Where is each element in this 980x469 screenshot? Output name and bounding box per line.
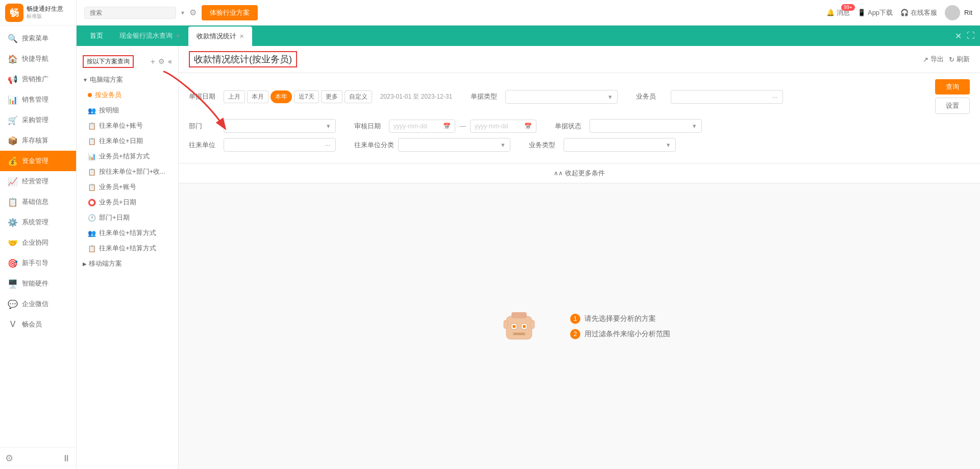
settings-icon[interactable]: ⚙ <box>5 453 13 464</box>
group2-icon: 👥 <box>88 229 96 237</box>
dept-label: 部门 <box>189 122 219 131</box>
service-button[interactable]: 🎧 在线客服 <box>900 8 937 17</box>
sidebar-item-member[interactable]: V 畅会员 <box>0 314 76 335</box>
app-download-button[interactable]: 📱 App下载 <box>857 8 893 17</box>
logo-area: 畅 畅捷通好生意 标准版 <box>0 0 76 26</box>
filter-area: 单据日期 上月 本月 本年 近7天 更多 自定义 2023-01-01 至 20… <box>179 73 980 163</box>
section-expand-icon: ▼ <box>83 77 88 83</box>
date-btn-last-month[interactable]: 上月 <box>224 90 245 103</box>
tip-1-text: 请先选择要分析的方案 <box>584 314 656 323</box>
sidebar-item-system[interactable]: ⚙️ 系统管理 <box>0 212 76 232</box>
sidebar-item-hardware[interactable]: 🖥️ 智能硬件 <box>0 273 76 294</box>
scheme-salesman-account[interactable]: 📋 业务员+账号 <box>82 179 178 195</box>
sidebar-item-search[interactable]: 🔍 搜索菜单 <box>0 28 76 49</box>
date-range-display: 2023-01-01 至 2023-12-31 <box>380 92 452 101</box>
tab-collect[interactable]: 收款情况统计 ✕ <box>188 27 252 46</box>
sidebar-item-quicknav[interactable]: 🏠 快捷导航 <box>0 49 76 69</box>
audit-date-start[interactable]: yyyy-mm-dd 📅 <box>389 120 455 133</box>
scheme-partner-settlement2[interactable]: 📋 往来单位+结算方式 <box>82 241 178 256</box>
panel-header-label: 按以下方案查询 <box>87 57 130 66</box>
dept-select[interactable]: ▾ <box>224 119 336 133</box>
topbar-gear-icon[interactable]: ⚙ <box>189 8 197 17</box>
salesman-select[interactable]: ··· <box>671 90 783 104</box>
sidebar-item-inventory[interactable]: 📦 库存核算 <box>0 130 76 151</box>
filter-row-2: 部门 ▾ 审核日期 yyyy-mm-dd 📅 — <box>189 119 970 133</box>
refresh-icon: ↻ <box>949 56 954 63</box>
sidebar-item-sales[interactable]: 📊 销售管理 <box>0 89 76 110</box>
date-dash: — <box>459 122 466 130</box>
empty-tip-2: 2 用过滤条件来缩小分析范围 <box>570 329 670 339</box>
sidebar-item-basic[interactable]: 📋 基础信息 <box>0 192 76 212</box>
scheme-partner-account[interactable]: 📋 往来单位+账号 <box>82 118 178 133</box>
biz-type-select[interactable]: ▾ <box>564 138 676 152</box>
svg-rect-6 <box>513 333 525 335</box>
scheme-panel: 按以下方案查询 + ⚙ « ▼ 电脑端方案 按业务员 👥 <box>77 46 179 469</box>
sidebar-item-marketing[interactable]: 📢 营销推广 <box>0 69 76 89</box>
date-btn-this-year[interactable]: 本年 <box>271 90 292 103</box>
date-quick-buttons: 上月 本月 本年 近7天 更多 自定义 <box>224 90 372 103</box>
status-chevron-icon: ▾ <box>693 122 696 130</box>
trial-button[interactable]: 体验行业方案 <box>202 5 258 20</box>
tab-home[interactable]: 首页 <box>82 26 111 46</box>
mobile-section-header[interactable]: ▶ 移动端方案 <box>77 256 178 271</box>
tab-expand-icon[interactable]: ⛶ <box>967 31 975 40</box>
basic-icon: 📋 <box>8 197 18 207</box>
message-badge: 99+ <box>841 4 855 11</box>
date-btn-this-month[interactable]: 本月 <box>247 90 268 103</box>
finance-icon: 💰 <box>8 156 18 166</box>
scheme-salesman-settlement[interactable]: 📊 业务员+结算方式 <box>82 149 178 164</box>
tab-bank[interactable]: 现金银行流水查询 ✕ <box>111 26 188 46</box>
tab-collect-close-icon[interactable]: ✕ <box>239 33 244 40</box>
doc-status-select[interactable]: ▾ <box>590 119 702 133</box>
date-filter-label: 单据日期 <box>189 92 219 101</box>
sidebar-item-purchase[interactable]: 🛒 采购管理 <box>0 110 76 130</box>
tab-bank-close-icon[interactable]: ✕ <box>176 33 180 39</box>
sidebar-item-operations[interactable]: 📈 经营管理 <box>0 171 76 192</box>
scheme-partner-date[interactable]: 📋 往来单位+日期 <box>82 133 178 149</box>
tip-2-number: 2 <box>570 329 580 339</box>
message-button[interactable]: 🔔 消息 99+ <box>826 8 850 17</box>
add-scheme-icon[interactable]: + <box>151 57 155 66</box>
doc-type-select[interactable]: ▾ <box>505 90 618 104</box>
user-area[interactable]: Rit <box>945 5 972 20</box>
export-button[interactable]: ↗ 导出 <box>923 55 944 64</box>
topbar: ▾ ⚙ 体验行业方案 🔔 消息 99+ 📱 App下载 🎧 在线客服 Rit <box>77 0 980 26</box>
table-icon: 📋 <box>88 122 96 130</box>
sidebar: 畅 畅捷通好生意 标准版 🔍 搜索菜单 🏠 快捷导航 📢 营销推广 📊 销售管理… <box>0 0 77 469</box>
audit-date-end[interactable]: yyyy-mm-dd 📅 <box>470 120 536 133</box>
sidebar-item-wechat[interactable]: 💬 企业微信 <box>0 294 76 314</box>
date-btn-more[interactable]: 更多 <box>321 90 342 103</box>
sidebar-item-corp[interactable]: 🤝 企业协同 <box>0 232 76 253</box>
collapse-sidebar-icon[interactable]: ⏸ <box>62 453 71 464</box>
collapse-panel-icon[interactable]: « <box>168 57 172 66</box>
phone-icon: 📱 <box>857 9 866 16</box>
tab-close-all-icon[interactable]: ✕ <box>955 31 962 41</box>
partner-select[interactable]: ··· <box>224 138 336 152</box>
date-btn-7days[interactable]: 近7天 <box>294 90 319 103</box>
empty-tip-1: 1 请先选择要分析的方案 <box>570 314 670 324</box>
partner-category-label: 往来单位分类 <box>354 140 394 150</box>
scheme-dept-date[interactable]: 🕐 部门+日期 <box>82 210 178 225</box>
main-area: ▾ ⚙ 体验行业方案 🔔 消息 99+ 📱 App下载 🎧 在线客服 Rit <box>77 0 980 469</box>
partner-label: 往来单位 <box>189 140 219 150</box>
scheme-partner-settlement1[interactable]: 👥 往来单位+结算方式 <box>82 225 178 241</box>
refresh-button[interactable]: ↻ 刷新 <box>949 55 970 64</box>
date-btn-custom[interactable]: 自定义 <box>345 90 372 103</box>
scheme-by-detail[interactable]: 👥 按明细 <box>82 103 178 118</box>
sidebar-item-newguide[interactable]: 🎯 新手引导 <box>0 253 76 273</box>
query-button[interactable]: 查询 <box>935 79 970 95</box>
export-icon: ↗ <box>923 56 928 63</box>
topbar-dropdown-icon[interactable]: ▾ <box>181 9 184 16</box>
partner-category-select[interactable]: ▾ <box>398 138 510 152</box>
scheme-settings-icon[interactable]: ⚙ <box>158 57 165 66</box>
set-button[interactable]: 设置 <box>935 98 970 114</box>
sidebar-item-finance[interactable]: 💰 资金管理 <box>0 151 76 171</box>
home-icon: 🏠 <box>8 54 18 64</box>
desktop-section-header[interactable]: ▼ 电脑端方案 <box>77 72 178 87</box>
scheme-by-salesman[interactable]: 按业务员 <box>82 87 178 103</box>
user-avatar <box>945 5 960 20</box>
scheme-partner-dept[interactable]: 📋 按往来单位+部门+收... <box>82 164 178 179</box>
scheme-salesman-date[interactable]: ⭕ 业务员+日期 <box>82 195 178 210</box>
topbar-search-input[interactable] <box>84 7 176 19</box>
collapse-button[interactable]: ∧∧ 收起更多条件 <box>554 169 605 178</box>
